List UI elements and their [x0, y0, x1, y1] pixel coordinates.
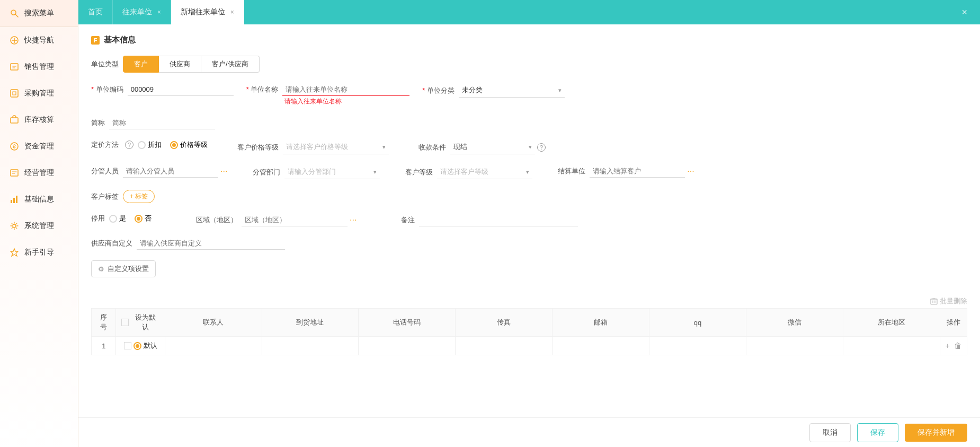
sidebar-item-quicknav[interactable]: 快捷导航 [0, 27, 78, 54]
unit-name-field: 单位名称 请输入往来单位名称 [246, 83, 410, 106]
cell-contact[interactable] [165, 337, 262, 355]
custom-settings-button[interactable]: ⚙ 自定义项设置 [91, 260, 156, 277]
tab-bar: 首页 往来单位 × 新增往来单位 × × [78, 0, 980, 24]
unit-btn-customer[interactable]: 客户 [123, 56, 159, 73]
disabled-radio-yes[interactable]: 是 [109, 214, 126, 223]
sidebar: 搜索菜单 快捷导航 销售管理 采购管理 库存核算 资金管理 经营管理 [0, 0, 78, 447]
manager-row: 分管人员 ··· 分管部门 请输入分管部门 ▾ 客户等级 请选择客户等级 ▾ 结… [91, 165, 967, 181]
contact-input[interactable] [171, 342, 256, 350]
section-title: 基本信息 [104, 35, 136, 45]
sidebar-basic-label: 基础信息 [24, 195, 54, 204]
supplier-custom-label: 供应商自定义 [91, 239, 132, 248]
phone-input[interactable] [364, 342, 450, 350]
no-circle [135, 215, 142, 223]
cell-region[interactable] [843, 337, 940, 355]
col-address: 到货地址 [262, 309, 359, 337]
discount-label: 折扣 [148, 140, 162, 150]
tab-home[interactable]: 首页 [78, 0, 113, 24]
header-checkbox[interactable] [121, 319, 129, 326]
window-close-button[interactable]: × [957, 7, 972, 18]
cell-fax[interactable] [456, 337, 553, 355]
customer-price-level-select[interactable]: 请选择客户价格等级 ▾ [283, 140, 389, 154]
customer-level-select[interactable]: 请选择客户等级 ▾ [437, 165, 532, 179]
tab-partners[interactable]: 往来单位 × [113, 0, 171, 24]
disabled-region-row: 停用 是 否 区域（地区） ··· 备注 [91, 214, 967, 229]
unit-btn-both[interactable]: 客户/供应商 [201, 56, 260, 73]
short-name-input[interactable] [109, 117, 215, 129]
dept-placeholder: 请输入分管部门 [288, 167, 336, 177]
col-wechat: 微信 [746, 309, 843, 337]
fax-input[interactable] [461, 342, 547, 350]
tab-new-partner[interactable]: 新增往来单位 × [171, 0, 244, 24]
add-tag-button[interactable]: + 标签 [123, 190, 155, 203]
payment-terms-field: 收款条件 现结 ▾ ? [418, 140, 546, 154]
customer-level-label: 客户等级 [405, 168, 433, 177]
sidebar-item-inventory[interactable]: 库存核算 [0, 107, 78, 133]
payment-help-icon[interactable]: ? [537, 143, 546, 152]
payment-terms-select[interactable]: 现结 ▾ [450, 140, 535, 154]
department-select[interactable]: 请输入分管部门 ▾ [284, 165, 380, 179]
tab-new-partner-close[interactable]: × [230, 8, 234, 16]
cell-qq[interactable] [649, 337, 746, 355]
sidebar-item-purchase[interactable]: 采购管理 [0, 80, 78, 107]
qq-input[interactable] [655, 342, 741, 350]
region-input[interactable] [242, 214, 348, 226]
disabled-radio-no[interactable]: 否 [135, 214, 152, 223]
remark-input[interactable] [419, 214, 578, 226]
remark-field: 备注 [401, 214, 578, 226]
wechat-input[interactable] [752, 342, 838, 350]
payment-terms-value: 现结 [453, 142, 467, 152]
unit-name-label: 单位名称 [246, 85, 279, 94]
delete-row-button[interactable]: 🗑 [954, 341, 961, 350]
cell-phone[interactable] [359, 337, 456, 355]
sidebar-item-guide[interactable]: 新手引导 [0, 239, 78, 266]
unit-category-select[interactable]: 未分类 ▾ [459, 83, 565, 98]
sidebar-system-label: 系统管理 [24, 221, 54, 231]
cell-email[interactable] [553, 337, 649, 355]
cell-address[interactable] [262, 337, 359, 355]
manager-input[interactable] [123, 165, 218, 178]
sidebar-item-operations[interactable]: 经营管理 [0, 160, 78, 186]
no-label: 否 [145, 214, 152, 223]
pricing-row: 定价方法 ? 折扣 价格等级 客户价格等级 请选择客户价格等级 [91, 140, 967, 156]
svg-rect-7 [11, 118, 18, 123]
tags-row: 客户标签 + 标签 [91, 190, 967, 205]
default-circle [133, 342, 141, 350]
default-radio[interactable]: 默认 [133, 341, 157, 350]
region-more-btn[interactable]: ··· [350, 215, 357, 225]
pricing-radio-level[interactable]: 价格等级 [170, 140, 208, 150]
address-input[interactable] [268, 342, 353, 350]
sidebar-item-basic[interactable]: 基础信息 [0, 186, 78, 213]
settlement-unit-input[interactable] [590, 165, 685, 178]
email-input[interactable] [558, 342, 644, 350]
cell-wechat[interactable] [746, 337, 843, 355]
settlement-more-btn[interactable]: ··· [687, 166, 694, 176]
sales-icon [8, 61, 20, 73]
supplier-custom-input[interactable] [137, 237, 285, 250]
svg-rect-9 [11, 170, 18, 176]
row-checkbox[interactable] [124, 342, 131, 349]
sidebar-item-finance[interactable]: 资金管理 [0, 133, 78, 160]
cancel-button[interactable]: 取消 [809, 423, 851, 442]
pricing-help-icon[interactable]: ? [125, 141, 133, 149]
sidebar-item-search[interactable]: 搜索菜单 [0, 0, 78, 27]
sidebar-item-system[interactable]: 系统管理 [0, 213, 78, 239]
pricing-radio-group: 折扣 价格等级 [138, 140, 208, 150]
manager-more-btn[interactable]: ··· [220, 166, 227, 176]
save-button[interactable]: 保存 [857, 423, 898, 442]
table-section: 批量删除 序号 设为默认 联系人 到货地址 [91, 296, 967, 355]
tab-partners-close[interactable]: × [157, 8, 161, 16]
pricing-radio-discount[interactable]: 折扣 [138, 140, 162, 150]
sidebar-item-sales[interactable]: 销售管理 [0, 54, 78, 80]
unit-name-input[interactable] [282, 83, 409, 96]
svg-marker-14 [11, 249, 18, 256]
unit-code-input[interactable] [128, 83, 234, 96]
save-and-new-button[interactable]: 保存并新增 [905, 424, 967, 442]
unit-btn-supplier[interactable]: 供应商 [159, 56, 201, 73]
add-row-button[interactable]: + [946, 341, 950, 350]
region-table-input[interactable] [849, 342, 934, 350]
default-label: 默认 [144, 341, 157, 350]
batch-delete-button[interactable]: 批量删除 [930, 296, 967, 306]
batch-delete-label: 批量删除 [940, 296, 967, 306]
section-icon: F [91, 36, 100, 45]
